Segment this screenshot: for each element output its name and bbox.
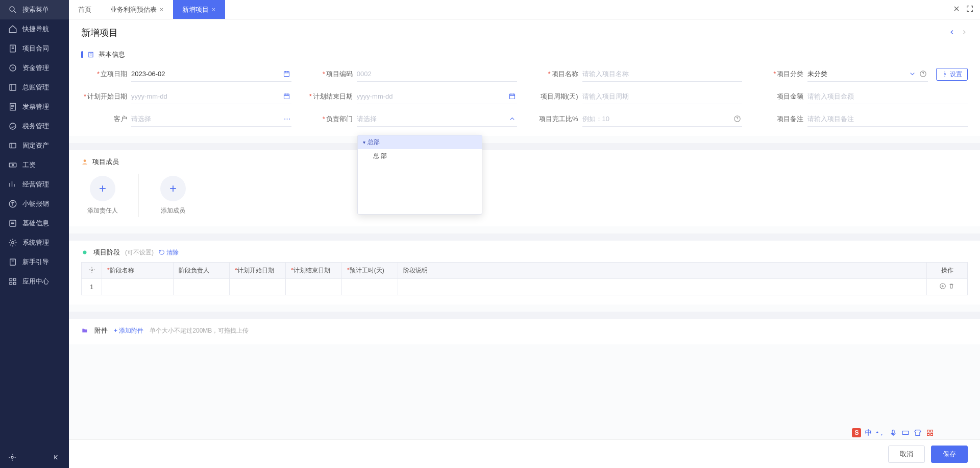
reimb-icon [8,199,17,208]
plan-end-input[interactable] [357,92,517,100]
close-all-icon[interactable] [952,5,961,14]
tab-label: 业务利润预估表 [110,5,157,14]
remark-input[interactable] [807,115,968,123]
calendar-icon[interactable] [283,92,290,100]
stage-start-cell[interactable] [230,279,286,295]
tab-newproject[interactable]: 新增项目× [173,0,225,19]
ime-keyboard-icon[interactable] [901,429,910,437]
ime-grid-icon[interactable] [926,429,934,437]
svg-point-26 [83,251,87,254]
amount-input[interactable] [807,92,968,100]
sidebar-item-quicknav[interactable]: 快捷导航 [0,19,69,39]
col-header: 计划开始日期 [237,267,274,274]
plan-start-input[interactable] [131,92,291,100]
stage-end-cell[interactable] [286,279,342,295]
clear-stages-button[interactable]: 清除 [159,248,179,257]
calendar-icon[interactable] [283,70,290,78]
sidebar-item-label: 发票管理 [22,102,49,111]
sidebar-item-invoice[interactable]: 发票管理 [0,97,69,116]
sidebar-search[interactable]: 搜索菜单 [0,0,69,19]
col-header: 阶段说明 [403,267,428,274]
cancel-button[interactable]: 取消 [888,446,925,463]
ime-lang[interactable]: 中 [865,428,872,437]
svg-rect-7 [9,163,16,167]
col-header: 预计工时(天) [350,267,384,274]
book-icon [8,83,17,92]
svg-rect-6 [10,144,16,148]
col-header: 阶段名称 [110,267,134,274]
customer-select[interactable] [131,115,291,123]
chevron-down-icon[interactable] [909,70,916,78]
caret-down-icon: ▾ [363,139,365,145]
section-basic: 基本信息 *立项日期 *项目编码 *项目名称 *项目分类设置 *计划开始日期 *… [69,43,980,136]
ime-mic-icon[interactable] [889,429,897,437]
sidebar-item-salary[interactable]: 工资 [0,155,69,175]
sidebar-item-ledger[interactable]: 总账管理 [0,78,69,97]
section-title: 项目阶段 [93,248,120,257]
ime-logo[interactable]: S [852,428,861,437]
gear-icon[interactable] [8,453,16,463]
add-attach-button[interactable]: + 添加附件 [114,326,143,335]
fullscreen-icon[interactable] [966,5,974,14]
field-label: 负责部门 [326,115,353,123]
help-icon[interactable] [733,115,741,123]
more-icon[interactable]: ⋯ [284,115,290,123]
sidebar-item-project[interactable]: 项目合同 [0,39,69,58]
stage-owner-cell[interactable] [174,279,230,295]
field-label: 项目分类 [777,70,803,78]
sidebar-item-label: 固定资产 [22,141,49,150]
sidebar-item-apps[interactable]: 应用中心 [0,272,69,291]
collapse-icon[interactable] [53,453,61,463]
ime-skin-icon[interactable] [914,429,922,437]
field-label: 立项日期 [101,70,127,78]
svg-rect-29 [892,430,894,434]
dropdown-label: 总部 [368,138,380,147]
prev-icon[interactable] [948,29,955,37]
invoice-icon [8,102,17,111]
chevron-up-icon[interactable] [508,115,516,123]
sidebar-item-sys[interactable]: 系统管理 [0,233,69,252]
stage-desc-cell[interactable] [398,279,927,295]
dropdown-item-parent[interactable]: ▾总部 [358,135,482,149]
add-row-icon[interactable] [939,284,946,291]
proj-name-input[interactable] [582,70,743,78]
guide-icon [8,258,17,267]
ime-punct-icon[interactable]: •， [876,428,885,437]
salary-icon [8,160,17,170]
stage-hours-cell[interactable] [342,279,398,295]
tab-home[interactable]: 首页 [69,0,101,19]
add-member-button[interactable]: + [160,176,186,201]
sidebar-item-guide[interactable]: 新手引导 [0,252,69,272]
stage-name-cell[interactable] [102,279,174,295]
delete-row-icon[interactable] [948,284,955,291]
calendar-icon[interactable] [508,92,516,100]
sidebar-item-asset[interactable]: 固定资产 [0,136,69,155]
complete-pct-input[interactable] [582,115,743,123]
proj-code-input[interactable] [357,70,517,78]
next-icon[interactable] [961,29,968,37]
gear-icon[interactable] [88,266,95,273]
tab-label: 首页 [78,5,91,14]
field-label: 项目完工比% [539,115,578,123]
sidebar-item-fund[interactable]: 资金管理 [0,58,69,78]
sidebar-item-tax[interactable]: 税务管理 [0,116,69,136]
tab-label: 新增项目 [182,5,209,14]
close-icon[interactable]: × [212,6,215,13]
help-icon[interactable] [919,70,927,78]
dropdown-item-child[interactable]: 总 部 [358,149,482,163]
period-input[interactable] [582,92,743,100]
dept-select[interactable] [357,115,517,123]
add-responsible-button[interactable]: + [90,176,115,201]
table-row[interactable]: 1 [82,279,968,295]
sidebar-item-reimb[interactable]: 小畅报销 [0,194,69,214]
sidebar-item-biz[interactable]: 经营管理 [0,175,69,194]
sidebar-item-label: 新手引导 [22,258,49,267]
close-icon[interactable]: × [160,6,163,13]
svg-rect-10 [10,220,16,226]
tab-profit[interactable]: 业务利润预估表× [101,0,173,19]
save-button[interactable]: 保存 [931,446,968,463]
biz-icon [8,180,17,189]
create-date-input[interactable] [131,70,291,78]
setting-button[interactable]: 设置 [936,68,968,81]
sidebar-item-info[interactable]: 基础信息 [0,214,69,233]
